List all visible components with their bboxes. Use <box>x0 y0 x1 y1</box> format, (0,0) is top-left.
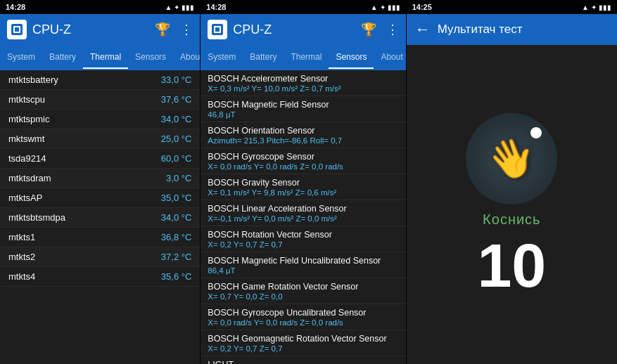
table-row: tsda9214 60,0 °C <box>0 149 200 169</box>
list-item: BOSCH Rotation Vector Sensor X= 0,2 Y= 0… <box>201 226 405 252</box>
tab-battery-left[interactable]: Battery <box>42 46 83 69</box>
list-item: BOSCH Orientation Sensor Azimuth= 215,3 … <box>201 122 405 148</box>
battery-icon: ▮▮▮ <box>182 4 194 11</box>
thermal-value: 3,0 °C <box>166 173 191 183</box>
menu-icon-center[interactable]: ⋮ <box>386 22 399 37</box>
thermal-value: 35,0 °C <box>161 193 192 203</box>
thermal-value: 34,0 °C <box>161 114 192 124</box>
table-row: mtkts4 35,6 °C <box>0 267 200 287</box>
cpu-z-logo-left <box>7 20 27 39</box>
app-title-center: CPU-Z <box>233 22 355 37</box>
sensor-name: BOSCH Geomagnetic Rotation Vector Sensor <box>208 334 398 344</box>
sensor-name: BOSCH Game Rotation Vector Sensor <box>208 282 398 292</box>
list-item: LIGHT 19,0 lux <box>201 356 405 364</box>
status-icons-right: ▲ ✦ ▮▮▮ <box>582 4 611 11</box>
time-right: 14:25 <box>412 3 432 11</box>
status-bar-right: 14:25 ▲ ✦ ▮▮▮ <box>407 0 617 14</box>
table-row: mtktsAP 35,0 °C <box>0 188 200 208</box>
tab-system-left[interactable]: System <box>0 46 42 69</box>
sensor-value: 86,4 μT <box>208 266 398 275</box>
sensor-name: BOSCH Linear Acceleration Sensor <box>208 204 398 214</box>
thermal-value: 37,6 °C <box>161 94 192 105</box>
table-row: mtktsbtsmdpa 34,0 °C <box>0 208 200 228</box>
thermal-name: mtktspmic <box>8 114 161 124</box>
trophy-icon-left[interactable]: 🏆 <box>155 22 170 37</box>
right-panel: 14:25 ▲ ✦ ▮▮▮ ← Мультитач тест 🖐 Коснись… <box>407 0 617 364</box>
list-item: BOSCH Geomagnetic Rotation Vector Sensor… <box>201 330 405 356</box>
svg-rect-5 <box>215 27 220 32</box>
list-item: BOSCH Gravity Sensor X= 0,1 m/s² Y= 9,8 … <box>201 174 405 200</box>
status-bar-left: 14:28 ▲ ✦ ▮▮▮ <box>0 0 200 14</box>
sensor-name: BOSCH Gravity Sensor <box>208 178 398 188</box>
tab-sensors-left[interactable]: Sensors <box>128 46 173 69</box>
status-icons-center: ▲ ✦ ▮▮▮ <box>371 4 400 11</box>
table-row: mtktsbattery 33,0 °C <box>0 70 200 90</box>
thermal-name: mtktsbtsmdpa <box>8 212 161 223</box>
wifi-icon: ▲ <box>165 4 172 11</box>
list-item: BOSCH Game Rotation Vector Sensor X= 0,7… <box>201 278 405 304</box>
table-row: mtkts1 36,8 °C <box>0 228 200 247</box>
thermal-value: 37,2 °C <box>161 252 192 262</box>
tab-about-left[interactable]: About <box>173 46 200 69</box>
tab-sensors-center[interactable]: Sensors <box>329 46 374 69</box>
trophy-icon-center[interactable]: 🏆 <box>361 22 376 37</box>
multitouch-content[interactable]: 🖐 Коснись 10 <box>407 45 617 364</box>
thermal-name: mtktscpu <box>8 94 161 105</box>
battery-icon-r: ▮▮▮ <box>599 4 611 11</box>
app-bar-center: CPU-Z 🏆 ⋮ <box>201 14 405 45</box>
sensor-value: X= 0,2 Y= 0,7 Z= 0,7 <box>208 344 398 353</box>
app-title-left: CPU-Z <box>32 22 149 37</box>
sensor-name: BOSCH Magnetic Field Sensor <box>208 100 398 110</box>
sensor-name: LIGHT <box>208 360 398 364</box>
sensor-value: X= 0,2 Y= 0,7 Z= 0,7 <box>208 240 398 249</box>
sensor-value: 46,8 μT <box>208 110 398 119</box>
tab-thermal-center[interactable]: Thermal <box>284 46 329 69</box>
sensor-name: BOSCH Magnetic Field Uncalibrated Sensor <box>208 256 398 266</box>
page-title: Мультитач тест <box>438 22 523 37</box>
bluetooth-icon-c: ✦ <box>380 4 386 11</box>
tab-system-center[interactable]: System <box>201 46 243 69</box>
sensor-value: X= 0,0 rad/s Y= 0,0 rad/s Z= 0,0 rad/s <box>208 318 398 327</box>
back-bar: ← Мультитач тест <box>407 14 617 45</box>
thermal-value: 60,0 °C <box>161 153 192 164</box>
sensor-value: X=-0,1 m/s² Y= 0,0 m/s² Z= 0,0 m/s² <box>208 214 398 223</box>
table-row: mtktscpu 37,6 °C <box>0 90 200 110</box>
touch-label: Коснись <box>483 212 540 228</box>
menu-icon-left[interactable]: ⋮ <box>180 22 193 37</box>
app-bar-actions-center[interactable]: 🏆 ⋮ <box>361 22 399 37</box>
app-bar-actions-left[interactable]: 🏆 ⋮ <box>155 22 193 37</box>
tab-about-center[interactable]: About <box>374 46 405 69</box>
table-row: mktswmt 25,0 °C <box>0 129 200 149</box>
table-row: mtktsdram 3,0 °C <box>0 169 200 188</box>
thermal-value: 35,6 °C <box>161 271 192 282</box>
thermal-content: mtktsbattery 33,0 °C mtktscpu 37,6 °C mt… <box>0 70 200 364</box>
table-row: mtktspmic 34,0 °C <box>0 110 200 129</box>
list-item: BOSCH Magnetic Field Sensor 46,8 μT <box>201 96 405 122</box>
thermal-value: 36,8 °C <box>161 232 192 242</box>
thermal-name: mtkts4 <box>8 271 161 282</box>
sensor-name: BOSCH Orientation Sensor <box>208 126 398 136</box>
touch-graphic: 🖐 <box>466 113 557 204</box>
time-center: 14:28 <box>206 3 226 11</box>
bluetooth-icon: ✦ <box>174 4 179 11</box>
sensor-name: BOSCH Rotation Vector Sensor <box>208 230 398 240</box>
sensor-value: X= 0,0 rad/s Y= 0,0 rad/s Z= 0,0 rad/s <box>208 162 398 171</box>
list-item: BOSCH Gyroscope Sensor X= 0,0 rad/s Y= 0… <box>201 148 405 174</box>
touch-dot <box>530 127 542 138</box>
thermal-name: mtktsbattery <box>8 74 161 85</box>
thermal-name: mtktsAP <box>8 193 161 203</box>
svg-rect-2 <box>15 27 19 32</box>
app-bar-left: CPU-Z 🏆 ⋮ <box>0 14 200 45</box>
tab-thermal-left[interactable]: Thermal <box>83 46 128 69</box>
sensors-content: BOSCH Accelerometer Sensor X= 0,3 m/s² Y… <box>201 70 405 364</box>
sensor-name: BOSCH Gyroscope Sensor <box>208 152 398 162</box>
bluetooth-icon-r: ✦ <box>591 4 597 11</box>
thermal-value: 34,0 °C <box>161 212 192 223</box>
tab-bar-left: System Battery Thermal Sensors About <box>0 45 200 70</box>
back-button[interactable]: ← <box>415 20 431 39</box>
sensor-value: X= 0,7 Y= 0,0 Z= 0,0 <box>208 292 398 301</box>
battery-icon-c: ▮▮▮ <box>388 4 400 11</box>
left-panel: 14:28 ▲ ✦ ▮▮▮ CPU-Z 🏆 ⋮ System Battery T… <box>0 0 200 364</box>
cpu-z-logo-center <box>208 20 227 39</box>
tab-battery-center[interactable]: Battery <box>243 46 284 69</box>
